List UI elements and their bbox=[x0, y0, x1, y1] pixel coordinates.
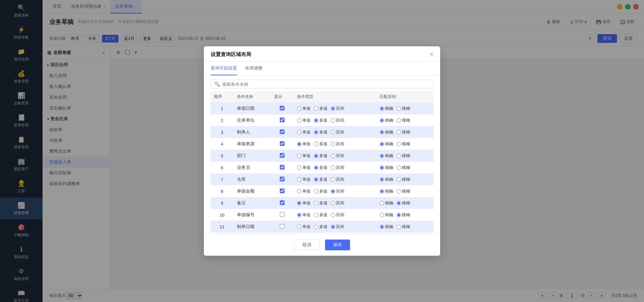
show-checkbox[interactable] bbox=[280, 106, 285, 110]
radio-multi-input[interactable] bbox=[314, 201, 318, 205]
radio-fuzzy[interactable]: 模糊 bbox=[397, 141, 410, 147]
show-checkbox[interactable] bbox=[280, 177, 285, 181]
radio-fuzzy-input[interactable] bbox=[397, 201, 401, 205]
row-matchtype[interactable]: 精确 模糊 bbox=[376, 174, 433, 185]
radio-single[interactable]: 单值 bbox=[297, 165, 311, 171]
radio-exact[interactable]: 精确 bbox=[380, 106, 393, 111]
radio-single-input[interactable] bbox=[297, 166, 301, 170]
radio-multi[interactable]: 多值 bbox=[314, 177, 327, 182]
row-matchtype[interactable]: 精确 模糊 bbox=[376, 209, 433, 221]
radio-single-input[interactable] bbox=[297, 142, 301, 146]
radio-range[interactable]: 区间 bbox=[331, 129, 344, 135]
row-show[interactable] bbox=[271, 150, 294, 162]
dialog-close-button[interactable]: × bbox=[430, 51, 433, 58]
radio-single[interactable]: 单值 bbox=[297, 141, 311, 147]
radio-single[interactable]: 单值 bbox=[297, 212, 311, 218]
radio-single[interactable]: 单值 bbox=[297, 200, 311, 206]
radio-fuzzy[interactable]: 模糊 bbox=[397, 118, 410, 123]
radio-multi[interactable]: 多值 bbox=[314, 118, 327, 123]
radio-multi[interactable]: 多值 bbox=[314, 141, 327, 147]
radio-exact-input[interactable] bbox=[380, 154, 384, 158]
radio-range[interactable]: 区间 bbox=[331, 153, 344, 159]
row-show[interactable] bbox=[271, 209, 294, 221]
radio-range-input[interactable] bbox=[331, 201, 335, 205]
row-show[interactable] bbox=[271, 185, 294, 197]
radio-range-input[interactable] bbox=[331, 118, 335, 123]
row-condtype[interactable]: 单值 多值 区间 bbox=[294, 174, 377, 185]
radio-single-input[interactable] bbox=[297, 118, 301, 123]
row-matchtype[interactable]: 精确 模糊 bbox=[376, 162, 433, 174]
radio-range-input[interactable] bbox=[331, 189, 335, 194]
show-checkbox[interactable] bbox=[280, 224, 285, 229]
radio-single[interactable]: 单值 bbox=[297, 224, 311, 230]
radio-multi-input[interactable] bbox=[314, 189, 318, 194]
row-matchtype[interactable]: 精确 模糊 bbox=[376, 138, 433, 150]
radio-multi-input[interactable] bbox=[314, 213, 318, 217]
radio-multi-input[interactable] bbox=[314, 118, 318, 123]
show-checkbox[interactable] bbox=[280, 188, 285, 193]
radio-fuzzy[interactable]: 模糊 bbox=[397, 212, 410, 218]
radio-exact-input[interactable] bbox=[380, 118, 384, 123]
radio-fuzzy-input[interactable] bbox=[397, 142, 401, 146]
cancel-button[interactable]: 取消 bbox=[294, 240, 320, 250]
radio-single[interactable]: 单值 bbox=[297, 129, 311, 135]
row-condtype[interactable]: 单值 多值 区间 bbox=[294, 150, 377, 162]
radio-exact[interactable]: 精确 bbox=[380, 188, 393, 194]
radio-exact[interactable]: 精确 bbox=[380, 129, 393, 135]
radio-exact[interactable]: 精确 bbox=[380, 153, 393, 159]
row-show[interactable] bbox=[271, 197, 294, 209]
radio-single[interactable]: 单值 bbox=[297, 106, 311, 111]
radio-exact-input[interactable] bbox=[380, 189, 384, 194]
radio-range-input[interactable] bbox=[331, 142, 335, 146]
radio-single[interactable]: 单值 bbox=[297, 118, 311, 123]
show-checkbox[interactable] bbox=[280, 153, 285, 158]
row-matchtype[interactable]: 精确 模糊 bbox=[376, 126, 433, 138]
radio-multi[interactable]: 多值 bbox=[314, 188, 327, 194]
radio-multi[interactable]: 多值 bbox=[314, 129, 327, 135]
radio-range[interactable]: 区间 bbox=[331, 106, 344, 111]
radio-single-input[interactable] bbox=[297, 201, 301, 205]
radio-single-input[interactable] bbox=[297, 225, 301, 229]
radio-fuzzy[interactable]: 模糊 bbox=[397, 129, 410, 135]
radio-fuzzy-input[interactable] bbox=[397, 177, 401, 182]
radio-fuzzy[interactable]: 模糊 bbox=[397, 177, 410, 182]
radio-multi-input[interactable] bbox=[314, 154, 318, 158]
row-matchtype[interactable]: 精确 模糊 bbox=[376, 221, 433, 233]
radio-single-input[interactable] bbox=[297, 189, 301, 194]
radio-multi[interactable]: 多值 bbox=[314, 153, 327, 159]
radio-range-input[interactable] bbox=[331, 225, 335, 229]
radio-exact[interactable]: 精确 bbox=[380, 118, 393, 123]
radio-fuzzy-input[interactable] bbox=[397, 225, 401, 229]
dialog-search-input[interactable] bbox=[222, 82, 430, 87]
radio-exact-input[interactable] bbox=[380, 177, 384, 182]
radio-range[interactable]: 区间 bbox=[331, 212, 344, 218]
radio-multi-input[interactable] bbox=[314, 166, 318, 170]
radio-single-input[interactable] bbox=[297, 213, 301, 217]
radio-multi[interactable]: 多值 bbox=[314, 106, 327, 111]
radio-range[interactable]: 区间 bbox=[331, 177, 344, 182]
radio-range-input[interactable] bbox=[331, 166, 335, 170]
radio-single-input[interactable] bbox=[297, 106, 301, 111]
radio-fuzzy-input[interactable] bbox=[397, 130, 401, 134]
radio-fuzzy[interactable]: 模糊 bbox=[397, 224, 410, 230]
radio-multi-input[interactable] bbox=[314, 225, 318, 229]
radio-exact-input[interactable] bbox=[380, 201, 384, 205]
show-checkbox[interactable] bbox=[280, 200, 285, 205]
row-show[interactable] bbox=[271, 126, 294, 138]
radio-range[interactable]: 区间 bbox=[331, 200, 344, 206]
radio-fuzzy-input[interactable] bbox=[397, 166, 401, 170]
row-condtype[interactable]: 单值 多值 区间 bbox=[294, 103, 377, 115]
radio-exact[interactable]: 精确 bbox=[380, 141, 393, 147]
radio-multi-input[interactable] bbox=[314, 142, 318, 146]
row-show[interactable] bbox=[271, 221, 294, 233]
row-show[interactable] bbox=[271, 174, 294, 185]
row-condtype[interactable]: 单值 多值 区间 bbox=[294, 162, 377, 174]
row-show[interactable] bbox=[271, 115, 294, 126]
show-checkbox[interactable] bbox=[280, 165, 285, 170]
radio-range[interactable]: 区间 bbox=[331, 141, 344, 147]
row-condtype[interactable]: 单值 多值 区间 bbox=[294, 138, 377, 150]
row-matchtype[interactable]: 精确 模糊 bbox=[376, 185, 433, 197]
row-condtype[interactable]: 单值 多值 区间 bbox=[294, 126, 377, 138]
radio-fuzzy[interactable]: 模糊 bbox=[397, 106, 410, 111]
radio-fuzzy-input[interactable] bbox=[397, 106, 401, 111]
